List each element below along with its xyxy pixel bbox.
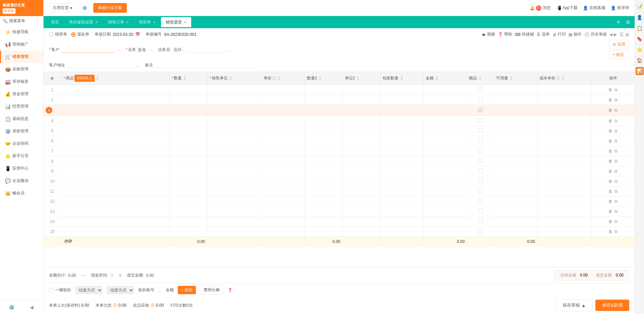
- sidebar-item-new-guide[interactable]: 🌟 新手引导: [0, 150, 43, 162]
- copy-icon[interactable]: ⧉: [614, 179, 618, 184]
- cost-unit-price-cell[interactable]: [537, 95, 591, 105]
- tab-close-icon[interactable]: ✕: [95, 20, 98, 24]
- gift-checkbox[interactable]: [478, 178, 483, 183]
- logistics-btn[interactable]: + 物流: [609, 50, 629, 59]
- unit2-cell[interactable]: [342, 85, 380, 95]
- pack-qty-cell[interactable]: [380, 105, 424, 116]
- video-action[interactable]: ▶ 视频: [483, 32, 495, 37]
- gift-checkbox[interactable]: [478, 208, 483, 213]
- delete-icon[interactable]: 🗑: [608, 229, 612, 234]
- delete-icon[interactable]: 🗑: [608, 149, 612, 153]
- header-settings-btn[interactable]: ⚙️: [80, 3, 89, 13]
- sidebar-item-inventory[interactable]: 🏭 库存核算: [0, 75, 43, 88]
- gift-checkbox[interactable]: [478, 128, 483, 133]
- gift-checkbox[interactable]: [478, 158, 483, 163]
- debt-info-icon[interactable]: ⓪: [113, 303, 117, 308]
- quantity-cell[interactable]: [169, 85, 207, 95]
- gift-checkbox[interactable]: [478, 148, 483, 153]
- delete-icon[interactable]: 🗑: [608, 219, 612, 224]
- tab-close-icon[interactable]: ✕: [126, 20, 129, 24]
- sidebar-collapse-btn[interactable]: ◀: [23, 303, 41, 311]
- copy-icon[interactable]: ⧉: [614, 209, 618, 214]
- tab-home[interactable]: 首页: [46, 17, 64, 27]
- sidebar-item-finance[interactable]: 💰 资金管理: [0, 88, 43, 100]
- scan-btn[interactable]: 扫码录入: [74, 75, 95, 82]
- right-sidebar-bookmark-icon[interactable]: 🔖: [636, 35, 644, 43]
- delete-icon[interactable]: 🗑: [608, 129, 612, 133]
- gift-checkbox[interactable]: [478, 118, 483, 123]
- delete-icon[interactable]: 🗑: [608, 139, 612, 143]
- delete-icon[interactable]: 🗑: [608, 199, 612, 204]
- print-action[interactable]: 🖨 打印: [552, 32, 566, 37]
- delete-icon[interactable]: 🗑: [608, 209, 612, 214]
- right-sidebar-list-icon[interactable]: 📋: [636, 24, 644, 32]
- select-action[interactable]: ☰ 选单: [537, 32, 550, 37]
- copy-icon[interactable]: ⧉: [614, 159, 618, 164]
- gift-cell[interactable]: [467, 95, 494, 105]
- right-sidebar-note-icon[interactable]: 📝: [636, 3, 644, 11]
- amount-cell[interactable]: [424, 95, 467, 105]
- unit-price-cell[interactable]: [261, 85, 305, 95]
- quantity-cell[interactable]: [169, 105, 207, 116]
- tab-close-icon[interactable]: ✕: [184, 20, 186, 24]
- sidebar-item-enterprise[interactable]: 🤝 企业协同: [0, 137, 43, 150]
- warehouse-ellipsis[interactable]: ...: [149, 47, 153, 52]
- copy-icon[interactable]: ⧉: [614, 87, 618, 92]
- quantity-cell[interactable]: [169, 95, 207, 105]
- amount-cell[interactable]: [424, 85, 467, 95]
- sidebar-item-search[interactable]: 🔍 搜索菜单: [0, 16, 43, 26]
- quantity2-cell[interactable]: [305, 85, 342, 95]
- amount-cell[interactable]: [424, 105, 467, 116]
- copy-icon[interactable]: ⧉: [614, 129, 618, 133]
- gift-checkbox[interactable]: [478, 97, 483, 102]
- tab-sales-order[interactable]: 销售订单 ✕: [103, 17, 133, 27]
- product-cell[interactable]: [61, 95, 169, 105]
- gift-checkbox[interactable]: [478, 229, 483, 233]
- tab-sales-bill[interactable]: 销货单 ✕: [134, 17, 160, 27]
- sidebar-item-app-center[interactable]: 📱 应用中心: [0, 162, 43, 175]
- setup-btn[interactable]: ⚙ 设置: [609, 40, 629, 49]
- add-payment-btn[interactable]: + 添加: [178, 286, 196, 294]
- pay-checkbox[interactable]: [49, 288, 54, 293]
- unit-price-cell[interactable]: [261, 95, 305, 105]
- save-new-button[interactable]: 保存&新增: [595, 300, 629, 311]
- settle-method-select[interactable]: 结算方式: [75, 286, 103, 294]
- unit2-cell[interactable]: [342, 95, 380, 105]
- tab-close-icon[interactable]: ✕: [153, 20, 156, 24]
- receivable-info-icon[interactable]: ⓪: [151, 303, 155, 308]
- delete-icon[interactable]: 🗑: [608, 108, 612, 113]
- sidebar-item-vip[interactable]: 👑 畅会员: [0, 187, 43, 199]
- sidebar-item-system[interactable]: ⚙️ 系统管理: [0, 125, 43, 137]
- customer-ellipsis[interactable]: ...: [117, 47, 120, 52]
- delete-icon[interactable]: 🗑: [608, 159, 612, 164]
- copy-icon[interactable]: ⧉: [614, 149, 618, 153]
- user-avatar[interactable]: 👤 徐泽华: [611, 5, 629, 11]
- customer-addr-input[interactable]: [67, 62, 134, 68]
- unit2-cell[interactable]: [342, 105, 380, 116]
- unit-price-cell[interactable]: [261, 105, 305, 116]
- sidebar-item-basic-info[interactable]: 📋 基础信息: [0, 113, 43, 125]
- delete-icon[interactable]: 🗑: [608, 169, 612, 174]
- help-action[interactable]: ❓ 帮助: [498, 32, 512, 37]
- history-action[interactable]: 🕐 历史单据: [584, 32, 607, 37]
- grid-view-btn[interactable]: ⊞: [625, 32, 629, 37]
- gear-icon[interactable]: ⚙: [50, 76, 54, 81]
- app-download-btn[interactable]: 📲 App下载: [556, 5, 578, 11]
- notification-btn[interactable]: 🔔 70 消息: [530, 5, 551, 11]
- tab-close-all-btn[interactable]: ✕: [614, 18, 623, 26]
- salesperson-input[interactable]: [172, 47, 225, 53]
- radio-return-bill[interactable]: 退款单: [71, 32, 89, 37]
- sidebar-item-quick-nav[interactable]: ⚡ 快捷导航: [0, 26, 43, 38]
- sidebar-item-marketing[interactable]: 📢 营销推广: [0, 38, 43, 51]
- right-sidebar-home-icon[interactable]: 🏠: [636, 56, 644, 64]
- sidebar-settings-btn[interactable]: ⚙️: [3, 303, 20, 311]
- gift-checkbox[interactable]: [478, 138, 483, 143]
- cost-unit-price-cell[interactable]: [537, 85, 591, 95]
- copy-icon[interactable]: ⧉: [614, 169, 618, 174]
- customer-addr-ellipsis[interactable]: ...: [136, 63, 140, 68]
- tab-expand-btn[interactable]: ⊞: [624, 18, 632, 26]
- experience-button[interactable]: 体验行业方案: [93, 3, 127, 13]
- online-service-btn[interactable]: 👤 在线客服: [583, 5, 605, 11]
- product-input[interactable]: [63, 107, 167, 113]
- product-cell[interactable]: [61, 85, 169, 95]
